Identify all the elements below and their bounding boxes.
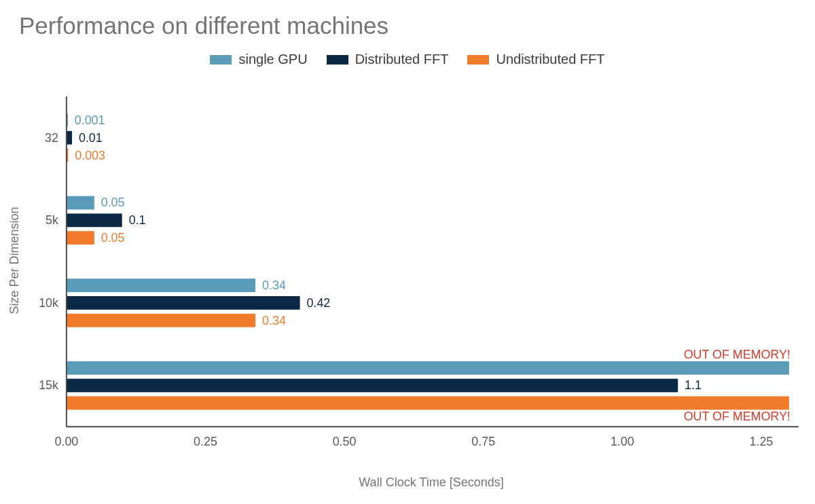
- legend-item-1: Distributed FFT: [327, 52, 449, 67]
- chart-title: Performance on different machines: [19, 12, 388, 39]
- x-axis-title: Wall Clock Time [Seconds]: [61, 475, 801, 490]
- oom-label: OUT OF MEMORY!: [684, 410, 791, 423]
- y-tick-label: 32: [45, 131, 58, 145]
- legend-swatch: [467, 55, 489, 65]
- legend-label: Undistributed FFT: [496, 52, 604, 67]
- x-tick-label: 0.75: [471, 435, 495, 448]
- chart-legend: single GPUDistributed FFTUndistributed F…: [0, 52, 815, 67]
- y-tick-label: 5k: [46, 213, 58, 227]
- x-tick-label: 0.00: [54, 435, 78, 448]
- bar: [67, 131, 72, 145]
- bar-value-label: 0.1: [129, 213, 146, 227]
- bar-value-label: 0.003: [75, 149, 105, 162]
- x-tick-label: 0.25: [194, 435, 217, 448]
- legend-swatch: [210, 55, 232, 65]
- bar-value-label: 0.34: [262, 314, 286, 327]
- x-tick-label: 1.25: [750, 435, 774, 448]
- bar: [67, 196, 94, 210]
- bar-value-label: 0.001: [75, 113, 105, 127]
- bar: [67, 278, 255, 292]
- oom-label: OUT OF MEMORY!: [684, 348, 791, 361]
- y-tick-label: 15k: [39, 378, 58, 392]
- bar-value-label: 0.05: [101, 231, 125, 245]
- bar: [67, 231, 94, 245]
- bar-value-label: 0.34: [262, 278, 286, 292]
- legend-swatch: [327, 55, 348, 65]
- legend-item-0: single GPU: [210, 52, 307, 67]
- bar: [67, 361, 789, 375]
- legend-label: Distributed FFT: [355, 52, 449, 67]
- y-tick-label: 10k: [39, 296, 58, 310]
- bar: [67, 213, 122, 227]
- y-axis-title: Size Per Dimension: [7, 94, 21, 427]
- x-tick-label: 0.50: [333, 435, 357, 448]
- bar: [67, 296, 300, 310]
- bar-value-label: 0.05: [101, 196, 125, 209]
- legend-item-2: Undistributed FFT: [467, 52, 604, 67]
- bar: [67, 396, 789, 410]
- bar-value-label: 0.01: [79, 131, 103, 145]
- bar-value-label: 0.42: [307, 296, 331, 310]
- bar-value-label: 1.1: [685, 378, 702, 392]
- legend-label: single GPU: [238, 52, 307, 67]
- chart-frame: Performance on different machines single…: [0, 0, 815, 504]
- bar: [67, 314, 255, 327]
- x-tick-label: 1.00: [611, 435, 634, 448]
- bar: [67, 379, 678, 393]
- chart-plot-area: 0.000.250.500.751.001.25320.0010.010.003…: [61, 94, 801, 427]
